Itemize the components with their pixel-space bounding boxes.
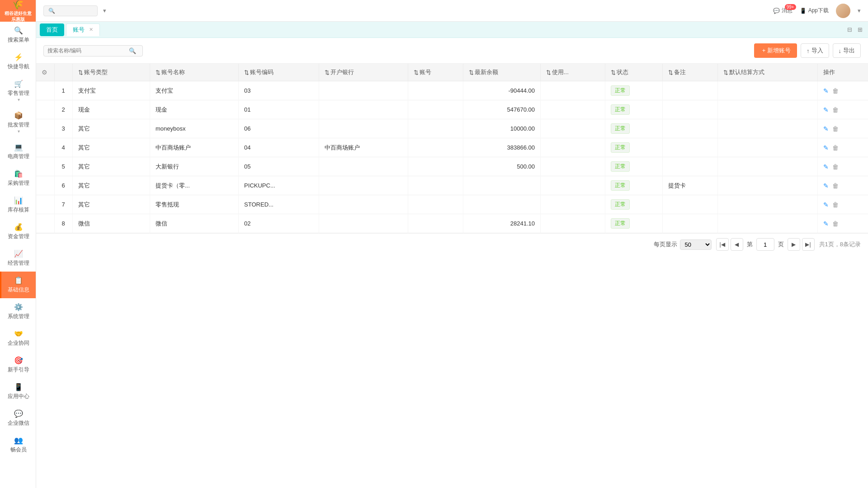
next-page-button[interactable]: ▶ [788,238,800,251]
sidebar-item-finance[interactable]: 💰 资金管理 [0,218,36,245]
th-bank[interactable]: ⇅ 开户银行 [319,64,408,81]
cell-account [408,214,463,233]
edit-button[interactable]: ✎ [823,201,829,208]
cell-account-code: STORED... [239,195,319,214]
cell-account-code: 05 [239,157,319,176]
sidebar-item-members[interactable]: 👥 畅会员 [0,432,36,458]
th-usage[interactable]: ⇅ 使用... [540,64,605,81]
tab-home[interactable]: 首页 [40,23,64,36]
table-row: 3 其它 moneybosx 06 10000.00 正常 ✎ 🗑 [36,119,868,138]
sidebar-item-ecommerce[interactable]: 💻 电商管理 [0,138,36,165]
cell-usage [540,195,605,214]
sidebar-item-inventory[interactable]: 📊 库存核算 [0,192,36,218]
purchase-icon: 🛍️ [14,169,23,178]
cell-num: 3 [54,119,72,138]
add-account-button[interactable]: + 新增账号 [754,43,797,58]
search-input[interactable] [47,47,129,54]
tab-accounts-label: 账号 [73,26,85,34]
per-page-select[interactable]: 50 10 20 100 [680,239,712,250]
sidebar-item-search-menu[interactable]: 🔍 搜索菜单 [0,22,36,48]
cell-bank [319,119,408,138]
sidebar-item-agreement[interactable]: 🤝 企业协同 [0,325,36,352]
th-notes[interactable]: ⇅ 备注 [663,64,718,81]
cell-settings [36,157,54,176]
notification-icon: 💬 [773,8,780,14]
delete-button[interactable]: 🗑 [832,220,839,227]
sidebar-item-label: 应用中心 [8,393,29,400]
tab-accounts[interactable]: 账号 ✕ [66,23,100,36]
th-settings[interactable]: ⚙ [36,64,54,81]
th-account[interactable]: ⇅ 账号 [408,64,463,81]
sidebar-item-app-center[interactable]: 📱 应用中心 [0,378,36,405]
sidebar-item-label: 采购管理 [8,179,29,187]
edit-button[interactable]: ✎ [823,144,829,151]
settings-icon[interactable]: ⚙ [42,69,47,76]
cell-status: 正常 [605,195,663,214]
cell-account [408,100,463,119]
dropdown-icon[interactable]: ▾ [103,7,106,14]
tab-minimize-icon[interactable]: ⊟ [845,24,854,35]
notification-button[interactable]: 💬 消息 99+ [773,7,793,14]
edit-button[interactable]: ✎ [823,125,829,132]
delete-button[interactable]: 🗑 [832,144,839,151]
cell-status: 正常 [605,157,663,176]
th-status[interactable]: ⇅ 状态 [605,64,663,81]
cell-default-settlement [718,138,818,157]
retail-icon: 🛒 [14,80,23,88]
import-button[interactable]: ↑ 导入 [801,43,829,58]
top-header: 🔍 ▾ 💬 消息 99+ 📱 App下载 ▾ [36,0,868,22]
app-download-button[interactable]: 📱 App下载 [800,7,829,14]
delete-button[interactable]: 🗑 [832,125,839,132]
delete-button[interactable]: 🗑 [832,87,839,94]
user-menu-icon[interactable]: ▾ [858,7,861,14]
sidebar-item-label: 基础信息 [8,286,29,294]
edit-button[interactable]: ✎ [823,106,829,113]
user-avatar[interactable] [836,4,850,18]
th-account-code[interactable]: ⇅ 账号编码 [239,64,319,81]
last-page-button[interactable]: ▶| [802,238,815,251]
search-box[interactable]: 🔍 [43,45,143,56]
wholesale-icon: 📦 [14,111,23,120]
export-button[interactable]: ↓ 导出 [833,43,861,58]
edit-button[interactable]: ✎ [823,182,829,189]
th-account-type[interactable]: ⇅ 账号类型 [72,64,150,81]
export-icon: ↓ [839,47,842,54]
first-page-button[interactable]: |◀ [716,238,729,251]
cell-balance [463,176,540,195]
sidebar-item-label: 资金管理 [8,233,29,240]
search-icon: 🔍 [129,47,136,54]
sidebar-item-basic-info[interactable]: 📋 基础信息 [0,272,36,298]
delete-button[interactable]: 🗑 [832,201,839,208]
cell-usage [540,119,605,138]
delete-button[interactable]: 🗑 [832,182,839,189]
sidebar-item-operations[interactable]: 📈 经营管理 [0,245,36,272]
import-icon: ↑ [807,47,810,54]
tab-close-icon[interactable]: ✕ [89,27,93,33]
th-balance[interactable]: ⇅ 最新余额 [463,64,540,81]
page-number-input[interactable] [756,238,774,251]
cell-bank [319,214,408,233]
edit-button[interactable]: ✎ [823,163,829,170]
table-row: 2 现金 现金 01 547670.00 正常 ✎ 🗑 [36,100,868,119]
sidebar-item-enterprise-wechat[interactable]: 💬 企业微信 [0,405,36,432]
sidebar-item-retail[interactable]: 🛒 零售管理 ▾ [0,75,36,107]
pagination-nav: |◀ ◀ 第 页 ▶ ▶| [716,238,815,251]
sidebar-item-quick-nav[interactable]: ⚡ 快捷导航 [0,48,36,75]
delete-button[interactable]: 🗑 [832,106,839,113]
tab-maximize-icon[interactable]: ⊞ [856,24,864,35]
top-search-input[interactable]: 🔍 [43,5,98,16]
edit-button[interactable]: ✎ [823,87,829,94]
cell-account [408,176,463,195]
th-account-name[interactable]: ⇅ 账号名称 [150,64,238,81]
prev-page-button[interactable]: ◀ [731,238,743,251]
cell-status: 正常 [605,100,663,119]
sidebar-item-wholesale[interactable]: 📦 批发管理 ▾ [0,107,36,138]
sidebar-item-system[interactable]: ⚙️ 系统管理 [0,298,36,325]
edit-button[interactable]: ✎ [823,220,829,227]
th-default-settlement[interactable]: ⇅ 默认结算方式 [718,64,818,81]
cell-account-name: 提货卡（零... [150,176,238,195]
sidebar-item-guide[interactable]: 🎯 新手引导 [0,352,36,378]
delete-button[interactable]: 🗑 [832,163,839,170]
sidebar-item-purchase[interactable]: 🛍️ 采购管理 [0,165,36,192]
logo-text: 稻谷进好生意 [5,11,32,16]
